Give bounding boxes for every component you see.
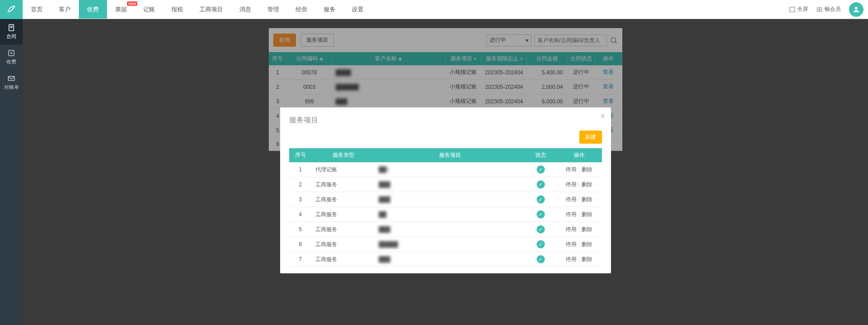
disable-link[interactable]: 停用: [564, 196, 578, 203]
close-icon[interactable]: ×: [600, 111, 606, 121]
cell-action: 停用|删除: [557, 267, 602, 269]
delete-link[interactable]: 删除: [580, 166, 594, 173]
delete-link[interactable]: 删除: [580, 226, 594, 233]
sidebar: 合同¥收费对账单: [0, 19, 23, 325]
cell-project: 小规模记账: [445, 65, 481, 80]
disable-link[interactable]: 停用: [564, 226, 578, 233]
view-link[interactable]: 查看: [603, 69, 614, 75]
disable-link[interactable]: 停用: [564, 166, 578, 173]
cell-status: [525, 252, 557, 267]
col-period[interactable]: 服务期限起止▾: [481, 52, 527, 65]
svg-text:¥: ¥: [10, 51, 13, 55]
topnav-item[interactable]: 工商项目: [191, 0, 231, 19]
table-row: 8工商服务██注册停用|删除: [289, 267, 602, 269]
cell-action: 查看: [595, 80, 622, 94]
member-button[interactable]: 畅会员: [814, 5, 844, 13]
add-button[interactable]: 新增: [273, 34, 296, 47]
col-action: 操作: [595, 52, 622, 65]
col-customer[interactable]: 客户名称◆: [332, 52, 446, 65]
col-status[interactable]: 合同状态: [567, 52, 595, 65]
delete-link[interactable]: 删除: [580, 211, 594, 218]
cell-code: 999: [287, 94, 332, 109]
delete-link[interactable]: 删除: [580, 241, 594, 247]
topnav-item[interactable]: 客户: [51, 0, 79, 19]
table-row: 6工商服务█████停用|删除: [289, 237, 602, 252]
search-icon[interactable]: [610, 36, 618, 44]
cell-amount: 2,000.04: [527, 80, 567, 94]
topnav-item[interactable]: 服务: [315, 0, 344, 19]
topnav-item[interactable]: 消息: [231, 0, 259, 19]
status-filter-select[interactable]: 进行中 ▾: [486, 34, 532, 46]
svg-line-11: [615, 42, 616, 43]
cell-project: ██: [375, 207, 525, 222]
cell-action: 停用|删除: [557, 207, 602, 222]
cell-status: [525, 237, 557, 252]
topnav-item[interactable]: 收费: [79, 0, 107, 19]
table-row: 5工商服务███停用|删除: [289, 222, 602, 237]
new-button[interactable]: 新建: [579, 131, 602, 144]
cell-amount: 6,000.00: [527, 94, 567, 109]
search-input[interactable]: [534, 34, 607, 46]
cell-status: [525, 177, 557, 192]
sort-icon: ◆: [320, 56, 323, 61]
disable-link[interactable]: 停用: [564, 256, 578, 262]
status-ok-icon: [537, 225, 545, 233]
main: 新增 服务项目 进行中 ▾ 序号 合同编码◆ 客户名称◆: [23, 19, 868, 325]
view-link[interactable]: 查看: [603, 98, 614, 104]
sidebar-item[interactable]: 合同: [0, 19, 23, 44]
topnav-item[interactable]: 经营: [287, 0, 315, 19]
disable-link[interactable]: 停用: [564, 241, 578, 247]
table-row: 100078████小规模记账202305-2024045,400.00进行中查…: [269, 65, 622, 80]
fullscreen-button[interactable]: 全屏: [786, 5, 811, 13]
topnav-item[interactable]: 票据new: [107, 0, 135, 19]
cell-seq: 4: [289, 207, 312, 222]
cell-status: 进行中: [567, 65, 595, 80]
disable-link[interactable]: 停用: [564, 211, 578, 218]
toolbar: 新增 服务项目 进行中 ▾: [269, 28, 622, 52]
cell-period: 202305-202404: [481, 94, 527, 109]
status-ok-icon: [537, 165, 545, 174]
topnav-item[interactable]: 报税: [163, 0, 191, 19]
sidebar-item[interactable]: 对账单: [0, 70, 23, 95]
cell-seq: 8: [289, 267, 312, 269]
cell-project: 小规模记账: [445, 80, 481, 94]
cell-project: 小规模记账: [445, 94, 481, 109]
sidebar-item-label: 收费: [6, 59, 16, 64]
table-row: 7工商服务███停用|删除: [289, 252, 602, 267]
status-filter-value: 进行中: [490, 36, 506, 44]
topbar: 首页客户收费票据new记账报税工商项目消息管理经营服务设置 全屏 畅会员: [0, 0, 868, 19]
cell-seq: 7: [289, 252, 312, 267]
topnav-item[interactable]: 首页: [23, 0, 51, 19]
cell-seq: 3: [289, 192, 312, 207]
sidebar-item[interactable]: ¥收费: [0, 44, 23, 70]
svg-point-3: [855, 7, 858, 10]
topnav-item[interactable]: 管理: [259, 0, 287, 19]
fullscreen-icon: [789, 6, 795, 13]
chevron-down-icon: ▾: [526, 37, 529, 44]
delete-link[interactable]: 删除: [580, 256, 594, 262]
status-ok-icon: [537, 180, 545, 189]
col-project[interactable]: 服务项目▾: [445, 52, 481, 65]
cell-action: 查看: [595, 94, 622, 109]
view-link[interactable]: 查看: [603, 83, 614, 90]
topnav: 首页客户收费票据new记账报税工商项目消息管理经营服务设置: [23, 0, 372, 19]
col-amount[interactable]: 合同金额: [527, 52, 567, 65]
cell-seq: 1: [269, 65, 287, 80]
table-row: 4工商服务██停用|删除: [289, 207, 602, 222]
col-seq[interactable]: 序号: [269, 52, 287, 65]
sort-icon: ▾: [474, 56, 476, 61]
delete-link[interactable]: 删除: [580, 181, 594, 188]
logo[interactable]: [0, 0, 23, 19]
delete-link[interactable]: 删除: [580, 196, 594, 203]
topnav-item[interactable]: 记账: [135, 0, 163, 19]
avatar[interactable]: [849, 2, 863, 17]
cell-status: [525, 207, 557, 222]
disable-link[interactable]: 停用: [564, 181, 578, 188]
table-row: 20003██████小规模记账202305-2024042,000.04进行中…: [269, 80, 622, 94]
topnav-item[interactable]: 设置: [344, 0, 372, 19]
col-code[interactable]: 合同编码◆: [287, 52, 332, 65]
cell-project: █████: [375, 237, 525, 252]
cell-seq: 6: [289, 237, 312, 252]
service-items-button[interactable]: 服务项目: [301, 34, 334, 47]
cell-seq: 2: [269, 80, 287, 94]
